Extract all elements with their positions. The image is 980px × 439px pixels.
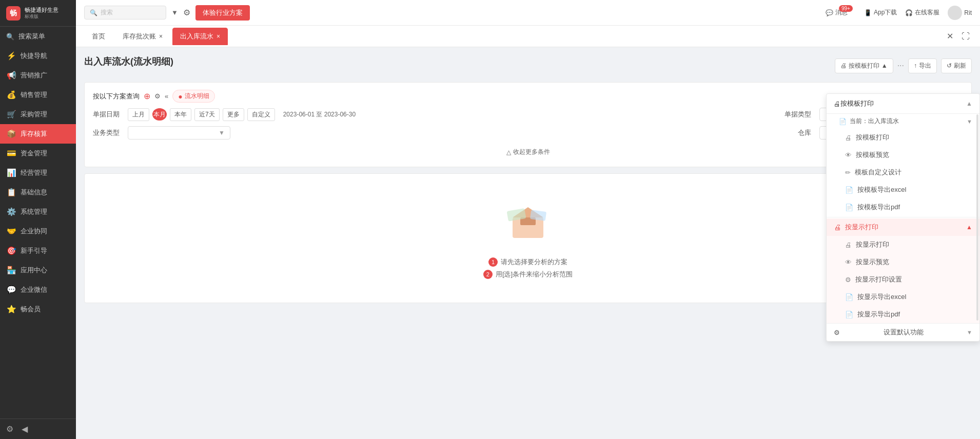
- date-range: 2023-06-01 至 2023-06-30: [283, 110, 356, 119]
- hint-num-2: 2: [483, 270, 493, 279]
- display-preview-icon: 👁: [845, 258, 852, 266]
- filter-settings-icon[interactable]: ⚙: [154, 92, 161, 100]
- collab-icon: 🤝: [6, 227, 16, 236]
- date-btn-this-year[interactable]: 本年: [170, 108, 191, 121]
- dropdown-template-pdf[interactable]: 📄 按模板导出pdf: [827, 198, 979, 216]
- sidebar-item-operations[interactable]: 📊 经营管理: [0, 163, 76, 183]
- quicknav-icon: ⚡: [6, 51, 16, 61]
- actions-separator: ···: [897, 61, 904, 70]
- sidebar-item-label: 应用中心: [21, 266, 47, 275]
- dropdown-display-section-header[interactable]: 🖨 按显示打印 ▲: [827, 218, 979, 236]
- display-excel-icon: 📄: [845, 293, 853, 301]
- display-preview-label: 按显示预览: [856, 257, 889, 267]
- headset-icon: 🎧: [905, 9, 913, 16]
- sidebar-item-basic[interactable]: 📋 基础信息: [0, 183, 76, 202]
- dropdown-footer-icon: ⚙: [834, 329, 840, 336]
- app-download-item[interactable]: 📱 App下载: [864, 8, 897, 17]
- topbar-dropdown-icon[interactable]: ▼: [171, 9, 178, 16]
- sidebar-item-label: 资金管理: [21, 149, 47, 158]
- sidebar-item-label: 企业微信: [21, 285, 47, 294]
- sidebar-item-quicknav[interactable]: ⚡ 快捷导航: [0, 46, 76, 66]
- template-design-icon: ✏: [845, 169, 851, 176]
- sidebar-item-system[interactable]: ⚙️ 系统管理: [0, 202, 76, 222]
- sidebar-item-purchase[interactable]: 🛒 采购管理: [0, 105, 76, 124]
- tab-home[interactable]: 首页: [84, 28, 113, 45]
- collapse-label: 收起更多条件: [513, 148, 550, 156]
- content-area: 出入库流水(流水明细) 🖨 按模板打印 ▲ ··· ↑ 导出 ↺ 刷新: [76, 47, 980, 439]
- sidebar-item-sales[interactable]: 💰 销售管理: [0, 85, 76, 105]
- dropdown-printer-icon: 🖨: [834, 100, 840, 108]
- sidebar-item-finance[interactable]: 💳 资金管理: [0, 144, 76, 163]
- sidebar-item-guide[interactable]: 🎯 新手引导: [0, 241, 76, 261]
- sidebar-item-label: 新手引导: [21, 246, 47, 255]
- sidebar-item-appstore[interactable]: 🏪 应用中心: [0, 261, 76, 280]
- export-button[interactable]: ↑ 导出: [908, 58, 937, 73]
- date-btn-this-month[interactable]: 本月: [152, 108, 167, 121]
- dropdown-display-print[interactable]: 🖨 按显示打印: [827, 236, 979, 253]
- display-settings-icon: ⚙: [845, 276, 851, 284]
- dropdown-template-design[interactable]: ✏ 模板自定义设计: [827, 164, 979, 181]
- user-avatar-item[interactable]: Rit: [948, 6, 972, 20]
- sidebar-item-label: 企业协同: [21, 227, 47, 236]
- sidebar-item-label: 经营管理: [21, 168, 47, 177]
- tab-maximize-icon[interactable]: ⛶: [959, 30, 972, 43]
- dropdown-display-excel[interactable]: 📄 按显示导出excel: [827, 288, 979, 306]
- member-icon: ⭐: [6, 305, 16, 314]
- hint-text-1: 请先选择要分析的方案: [501, 257, 567, 267]
- filter-add-icon[interactable]: ⊕: [144, 91, 150, 101]
- tab-inout-flow[interactable]: 出入库流水 ×: [172, 28, 228, 45]
- display-items-container: 🖨 按显示打印 👁 按显示预览 ⚙ 按显示打印设置 📄 按显示导出excel 📄: [827, 236, 979, 323]
- topbar-gear-icon[interactable]: ⚙: [183, 8, 190, 17]
- settings-icon[interactable]: ⚙: [6, 424, 13, 434]
- marketing-icon: 📢: [6, 71, 16, 80]
- filter-chip[interactable]: ● 流水明细: [172, 90, 214, 103]
- dropdown-scrollbar[interactable]: [976, 114, 978, 321]
- tab-inventory-batch[interactable]: 库存批次账 ×: [115, 28, 170, 45]
- dropdown-display-pdf[interactable]: 📄 按显示导出pdf: [827, 306, 979, 323]
- sidebar-item-wecom[interactable]: 💬 企业微信: [0, 280, 76, 300]
- sidebar-item-marketing[interactable]: 📢 营销推广: [0, 66, 76, 85]
- business-type-select[interactable]: ▼: [128, 126, 230, 139]
- date-btn-7days[interactable]: 近7天: [194, 108, 220, 121]
- dropdown-footer-arrow: ▼: [967, 329, 972, 335]
- search-label: 搜索菜单: [18, 32, 45, 41]
- sidebar-nav: ⚡ 快捷导航 📢 营销推广 💰 销售管理 🛒 采购管理 📦 库存核算 💳 资金管…: [0, 46, 76, 418]
- refresh-button[interactable]: ↺ 刷新: [941, 58, 972, 73]
- template-excel-label: 按模板导出excel: [857, 185, 906, 194]
- print-template-button[interactable]: 🖨 按模板打印 ▲: [835, 58, 893, 73]
- date-btn-custom[interactable]: 自定义: [247, 108, 275, 121]
- topbar-search-placeholder: 搜索: [101, 8, 113, 17]
- sidebar-item-member[interactable]: ⭐ 畅会员: [0, 300, 76, 319]
- topbar-search-box[interactable]: 🔍 搜索: [84, 6, 166, 19]
- dropdown-template-preview[interactable]: 👁 按模板预览: [827, 146, 979, 164]
- sidebar-search[interactable]: 🔍 搜索菜单: [0, 27, 76, 46]
- hint-text-2: 用[选]条件来缩小分析范围: [496, 270, 573, 279]
- print-dropdown-arrow: ▲: [881, 62, 888, 69]
- dropdown-template-print[interactable]: 🖨 按模板打印: [827, 129, 979, 146]
- collapse-sidebar-icon[interactable]: ◀: [22, 424, 28, 434]
- sidebar-item-inventory[interactable]: 📦 库存核算: [0, 124, 76, 144]
- date-btn-more[interactable]: 更多: [223, 108, 244, 121]
- sidebar-item-label: 采购管理: [21, 110, 47, 119]
- filter-collapse-icon[interactable]: «: [165, 92, 168, 100]
- date-filter: 上月 本月 本年 近7天 更多 自定义: [128, 108, 275, 121]
- logo-badge: 标准版: [25, 13, 58, 20]
- tab-inventory-batch-close[interactable]: ×: [159, 33, 163, 40]
- dropdown-display-settings[interactable]: ⚙ 按显示打印设置: [827, 271, 979, 288]
- tab-close-all-icon[interactable]: ✕: [945, 29, 955, 43]
- dropdown-display-preview[interactable]: 👁 按显示预览: [827, 253, 979, 271]
- sidebar-item-collab[interactable]: 🤝 企业协同: [0, 222, 76, 241]
- message-item[interactable]: 💬 消息 99+: [826, 8, 848, 17]
- date-btn-last-month[interactable]: 上月: [128, 108, 149, 121]
- trial-button[interactable]: 体验行业方案: [195, 5, 250, 21]
- dropdown-footer[interactable]: ⚙ 设置默认功能 ▼: [827, 323, 979, 341]
- customer-service-item[interactable]: 🎧 在线客服: [905, 8, 939, 17]
- tab-inout-flow-label: 出入库流水: [180, 32, 213, 41]
- dropdown-current-item: 📄 当前：出入库流水 ▼: [827, 114, 979, 129]
- warehouse-label: 仓库: [798, 128, 811, 137]
- dropdown-template-excel[interactable]: 📄 按模板导出excel: [827, 181, 979, 198]
- empty-hint-1: 1 请先选择要分析的方案: [488, 257, 567, 267]
- tab-inout-flow-close[interactable]: ×: [217, 33, 220, 40]
- display-print-icon: 🖨: [845, 241, 852, 249]
- sidebar: 畅 畅捷通好生意 标准版 🔍 搜索菜单 ⚡ 快捷导航 📢 营销推广 💰 销售管理…: [0, 0, 76, 439]
